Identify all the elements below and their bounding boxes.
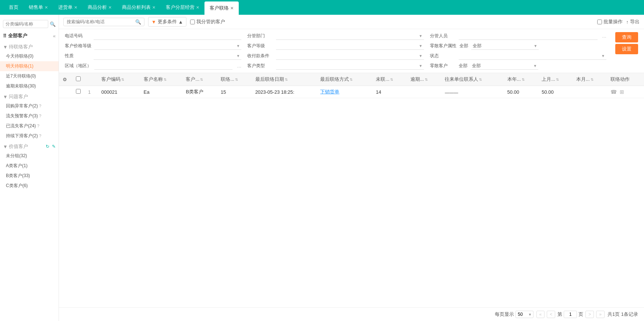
filter-region-dots[interactable]: … (237, 63, 241, 69)
export-btn[interactable]: ↑ 导出 (626, 18, 640, 25)
filter-customer-type-select[interactable] (276, 62, 424, 70)
th-name[interactable]: 客户名称⇅ (140, 73, 182, 86)
triangle-icon: ▼ (3, 44, 8, 50)
th-checkbox[interactable] (72, 73, 84, 86)
nav-goods-analysis[interactable]: 商品分析 ✕ (83, 0, 117, 15)
last-page-btn[interactable]: » (596, 311, 605, 318)
filter-payment-select[interactable] (276, 52, 424, 60)
nav-sales-close[interactable]: ✕ (45, 5, 48, 10)
table-area: ⚙ 客户编码⇅ 客户名称⇅ 客户...⇅ 联络...⇅ 最后联络日期⇅ 最后联络… (59, 73, 644, 307)
contact-sort-icon: ⇅ (235, 77, 238, 82)
sidebar-item-c-class[interactable]: C类客户(6) (0, 181, 59, 191)
filter-my-customers-checkbox[interactable] (190, 20, 195, 24)
filter-more-btn[interactable]: ▼ 更多条件 ▲ (148, 17, 186, 27)
last-type-link[interactable]: 下销货单 (320, 89, 339, 94)
nav-sales[interactable]: 销售单 ✕ (24, 0, 53, 15)
nav-customer-contact-close[interactable]: ✕ (230, 6, 234, 11)
filter-customer-level-select[interactable] (276, 42, 424, 50)
sidebar-item-declining[interactable]: 持续下滑客户(2) ? (0, 131, 59, 141)
filter-person-input[interactable] (459, 32, 598, 40)
nav-customer-contact[interactable]: 客户联络 ✕ (204, 1, 239, 15)
th-last-type[interactable]: 最后联络方式⇅ (316, 73, 372, 86)
batch-checkbox[interactable] (597, 20, 602, 24)
th-num (84, 73, 98, 86)
nav-purchase[interactable]: 进货单 ✕ (53, 0, 83, 15)
setting-btn[interactable]: 设置 (615, 44, 638, 54)
nav-goods-analysis-list-close[interactable]: ✕ (152, 5, 155, 10)
batch-op-btn[interactable]: 批量操作 (597, 18, 623, 25)
sidebar-item-warning[interactable]: 流失预警客户(3) ? (0, 111, 59, 121)
page-number-input[interactable] (564, 311, 577, 318)
th-this-month[interactable]: 本月...⇅ (573, 73, 607, 86)
filter-price-level: 客户价格等级 ▼ (65, 42, 241, 50)
filter-price-level-select[interactable] (94, 42, 241, 50)
filter-payment: 收付款条件 ▼ (247, 52, 424, 60)
filter-zero-attr-select[interactable]: 全部 (471, 42, 539, 50)
filter-person-dots[interactable]: … (602, 34, 606, 39)
filter-customer-level: 客户等级 ▼ (247, 42, 424, 50)
th-type[interactable]: 客户...⇅ (182, 73, 217, 86)
filter-nature-select[interactable] (94, 52, 241, 60)
value-refresh-icon[interactable]: ↻ (46, 144, 49, 149)
first-page-btn[interactable]: « (536, 311, 545, 318)
th-last-month[interactable]: 上月...⇅ (538, 73, 573, 86)
filter-status-select[interactable] (459, 52, 606, 60)
next-page-btn[interactable]: > (585, 311, 594, 318)
filter-my-customers-label: 我分管的客户 (196, 18, 225, 25)
sidebar-search-input[interactable] (3, 20, 48, 28)
td-checkbox[interactable] (72, 86, 84, 98)
sidebar-collapse-icon[interactable]: « (53, 33, 56, 39)
content-area: 🔍 ▼ 更多条件 ▲ 我分管的客户 批量操作 ↑ 导出 (59, 15, 644, 321)
filter-region-input[interactable] (94, 62, 232, 70)
th-gear[interactable]: ⚙ (59, 73, 72, 86)
th-overdue[interactable]: 逾期...⇅ (407, 73, 441, 86)
filter-zero-customer-select[interactable]: 全部 (470, 62, 539, 70)
sidebar-item-lost[interactable]: 已流失客户(24) ? (0, 121, 59, 131)
td-last-type[interactable]: 下销货单 (316, 86, 372, 98)
filter-phone-input[interactable] (94, 32, 241, 40)
td-name: Ea (140, 86, 182, 98)
adv-filter-row-1: 电话号码 分管部门 ▼ 分管人员 (65, 32, 606, 40)
this-year-sort-icon: ⇅ (522, 77, 525, 82)
sidebar-item-overdue[interactable]: 逾期未联络(30) (0, 81, 59, 91)
prev-page-btn[interactable]: < (547, 311, 555, 318)
sidebar-item-today[interactable]: 今天待联络(0) (0, 51, 59, 61)
th-contact[interactable]: 联络...⇅ (217, 73, 252, 86)
th-this-year[interactable]: 本年...⇅ (504, 73, 538, 86)
nav-purchase-close[interactable]: ✕ (74, 5, 77, 10)
td-overdue (407, 86, 441, 98)
per-page-label: 每页显示 (495, 311, 514, 318)
page-unit-label: 页 (578, 311, 583, 318)
sidebar-item-a-class[interactable]: A类客户(1) (0, 161, 59, 171)
sidebar-item-tomorrow[interactable]: 明天待联络(1) (0, 61, 59, 71)
th-code[interactable]: 客户编码⇅ (98, 73, 140, 86)
query-btn[interactable]: 查询 (615, 32, 638, 42)
th-not-contacted[interactable]: 未联...⇅ (372, 73, 407, 86)
sidebar-group-pending: ▼ 待联络客户 (0, 41, 59, 51)
sidebar-item-abnormal[interactable]: 回购异常客户(2) ? (0, 101, 59, 111)
top-nav: 首页 销售单 ✕ 进货单 ✕ 商品分析 ✕ 商品分析列表 ✕ 客户分层经营 ✕ … (0, 0, 644, 15)
main-layout: 🔍 ⠿ 全部客户 « ▼ 待联络客户 今天待联络(0) 明天待联络(1) 近7天… (0, 15, 644, 321)
filter-search-input[interactable] (67, 19, 133, 24)
page-label: 第 (557, 311, 562, 318)
td-this-year: 50.00 (504, 86, 538, 98)
sidebar-item-b-class[interactable]: B类客户(33) (0, 171, 59, 181)
action-call-icon[interactable]: ☎ (610, 89, 617, 95)
per-page-select[interactable]: 10 20 50 100 (515, 311, 533, 318)
nav-customer-layer-close[interactable]: ✕ (196, 5, 199, 10)
value-edit-icon[interactable]: ✎ (52, 144, 56, 149)
nav-goods-analysis-close[interactable]: ✕ (108, 5, 112, 10)
nav-home[interactable]: 首页 (4, 0, 24, 15)
th-unit-contact[interactable]: 往来单位联系人⇅ (441, 73, 503, 86)
th-select-all[interactable] (76, 76, 81, 81)
nav-goods-analysis-list[interactable]: 商品分析列表 ✕ (117, 0, 161, 15)
sidebar-item-7days[interactable]: 近7天待联络(0) (0, 71, 59, 81)
last-date-sort-icon: ⇅ (285, 77, 288, 82)
sidebar-item-ungrouped[interactable]: 未分组(32) (0, 151, 59, 161)
nav-customer-layer[interactable]: 客户分层经营 ✕ (161, 0, 204, 15)
th-last-date[interactable]: 最后联络日期⇅ (252, 73, 317, 86)
row-checkbox[interactable] (76, 89, 81, 94)
filter-dept-select[interactable] (276, 32, 424, 40)
table-row: 1 000021 Ea B类客户 15 2023-05-23 18:25: 下销… (59, 86, 644, 98)
action-grid-icon[interactable]: ⊞ (620, 89, 624, 95)
